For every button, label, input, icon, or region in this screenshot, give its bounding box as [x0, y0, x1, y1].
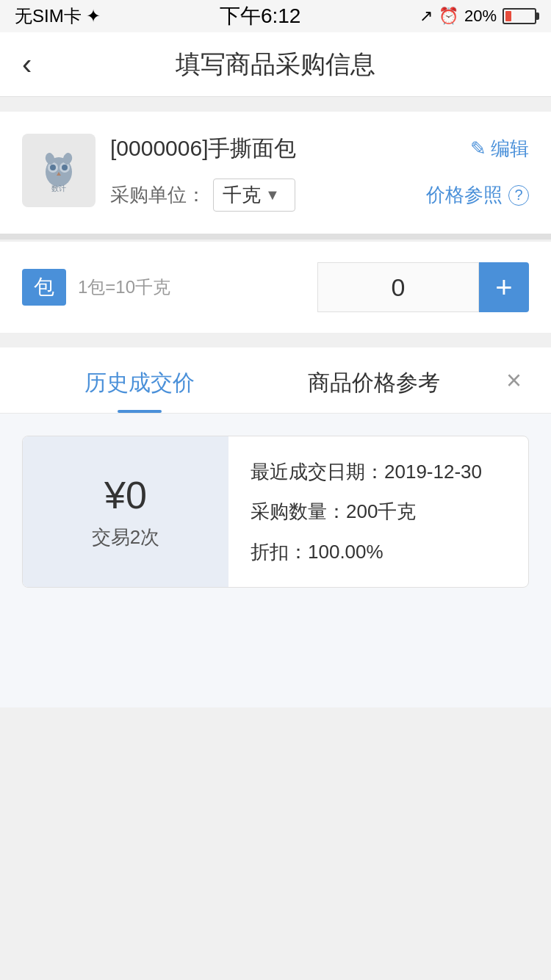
tab-active-indicator — [118, 410, 162, 413]
tab-close-button[interactable]: × — [491, 358, 529, 403]
svg-point-3 — [50, 165, 56, 170]
quantity-unit-box: 包 — [22, 269, 66, 306]
tab-product-price-ref[interactable]: 商品价格参考 — [256, 347, 491, 413]
quantity-row: 包 1包=10千克 0 + — [0, 241, 551, 333]
status-bar-right: ↗ ⏰ 20% — [419, 7, 536, 26]
price-ref-button[interactable]: 价格参照 ? — [426, 182, 529, 208]
product-logo: 数计 — [22, 134, 96, 207]
nav-bar: ‹ 填写商品采购信息 — [0, 32, 551, 97]
status-bar: 无SIM卡 ✦ 下午6:12 ↗ ⏰ 20% — [0, 0, 551, 32]
history-quantity: 采购数量：200千克 — [251, 498, 506, 525]
unit-row: 采购单位： 千克 ▼ 价格参照 ? — [110, 179, 529, 212]
product-title: 手撕面包 — [208, 136, 296, 160]
unit-value: 千克 — [223, 182, 261, 208]
unit-select[interactable]: 千克 ▼ — [213, 179, 295, 212]
history-count: 交易2次 — [92, 525, 159, 550]
price-ref-label: 价格参照 — [426, 182, 503, 208]
quantity-plus-button[interactable]: + — [479, 262, 529, 312]
quantity-control: 0 + — [317, 262, 529, 312]
alarm-icon: ⏰ — [439, 7, 458, 26]
quantity-unit-info: 包 1包=10千克 — [22, 269, 170, 306]
edit-label: 编辑 — [491, 136, 529, 162]
history-card: ¥0 交易2次 最近成交日期：2019-12-30 采购数量：200千克 折扣：… — [22, 436, 529, 588]
carrier-text: 无SIM卡 ✦ — [15, 4, 101, 28]
svg-text:数计: 数计 — [51, 184, 66, 192]
product-name-row: [0000006]手撕面包 ✎ 编辑 — [110, 134, 529, 164]
battery-icon — [503, 8, 536, 24]
page-title: 填写商品采购信息 — [176, 48, 375, 82]
history-card-left: ¥0 交易2次 — [23, 436, 228, 587]
svg-point-4 — [62, 165, 68, 170]
tab-history-label: 历史成交价 — [84, 370, 195, 394]
edit-button[interactable]: ✎ 编辑 — [470, 136, 529, 162]
history-date: 最近成交日期：2019-12-30 — [251, 458, 506, 485]
product-id: [0000006] — [110, 136, 208, 160]
history-price: ¥0 — [104, 473, 147, 517]
status-bar-left: 无SIM卡 ✦ — [15, 4, 101, 28]
divider — [0, 234, 551, 239]
edit-icon: ✎ — [470, 137, 486, 160]
product-name: [0000006]手撕面包 — [110, 134, 296, 164]
history-content: ¥0 交易2次 最近成交日期：2019-12-30 采购数量：200千克 折扣：… — [0, 414, 551, 707]
product-card: 数计 [0000006]手撕面包 ✎ 编辑 采购单位： 千克 ▼ 价格参照 ? — [0, 112, 551, 234]
product-info: [0000006]手撕面包 ✎ 编辑 采购单位： 千克 ▼ 价格参照 ? — [110, 134, 529, 212]
unit-label: 采购单位： — [110, 182, 206, 208]
battery-percent: 20% — [464, 7, 497, 26]
history-discount: 折扣：100.00% — [251, 538, 506, 565]
tab-history-price[interactable]: 历史成交价 — [22, 347, 256, 413]
location-icon: ↗ — [419, 7, 433, 26]
product-logo-svg: 数计 — [37, 148, 81, 192]
battery-fill — [505, 11, 511, 21]
tab-product-price-ref-label: 商品价格参考 — [308, 370, 440, 394]
dropdown-arrow-icon: ▼ — [265, 187, 280, 203]
quantity-conversion: 1包=10千克 — [78, 275, 170, 299]
quantity-input[interactable]: 0 — [317, 262, 479, 312]
status-bar-time: 下午6:12 — [220, 2, 301, 30]
tabs-bar: 历史成交价 商品价格参考 × — [0, 347, 551, 414]
back-button[interactable]: ‹ — [22, 48, 32, 81]
history-card-right: 最近成交日期：2019-12-30 采购数量：200千克 折扣：100.00% — [228, 436, 528, 587]
help-icon: ? — [508, 185, 529, 206]
